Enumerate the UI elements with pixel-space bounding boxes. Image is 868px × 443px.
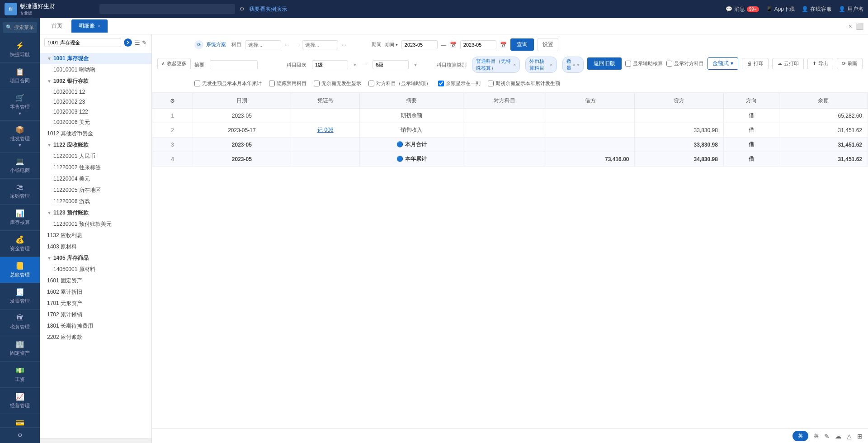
- tree-item-11220002[interactable]: 11220002 往来标签: [40, 162, 151, 173]
- top-search-input[interactable]: [99, 4, 235, 14]
- tree-item-14050001[interactable]: 14050001 原材料: [40, 264, 151, 275]
- tree-item-2202[interactable]: 2202 应付账款: [40, 332, 151, 343]
- calendar-icon[interactable]: 📅: [450, 42, 457, 48]
- tree-item-11220001[interactable]: 11220001 人民币: [40, 151, 151, 162]
- expand-btn[interactable]: ∧ 收起更多: [157, 58, 191, 69]
- sidebar-item-0[interactable]: ⚡快捷导航: [0, 37, 40, 63]
- sidebar-bottom[interactable]: ⚙: [0, 427, 40, 443]
- cloud-icon[interactable]: ☁: [835, 433, 841, 440]
- tree-item-1001[interactable]: ▼ 1001 库存现金: [40, 53, 151, 64]
- col-settings[interactable]: ⚙: [152, 93, 193, 109]
- scheme-icon[interactable]: ⟳: [194, 40, 203, 49]
- tree-item-1701[interactable]: 1701 无形资产: [40, 298, 151, 309]
- query-btn[interactable]: 查询: [510, 38, 534, 51]
- sidebar-item-6[interactable]: 📊库存核算: [0, 205, 40, 231]
- maximize-btn[interactable]: ⬜: [856, 23, 863, 30]
- period-end-input[interactable]: [460, 40, 496, 49]
- grid-icon[interactable]: ⊞: [857, 433, 863, 440]
- print-btn[interactable]: 🖨 打印: [742, 58, 769, 69]
- sidebar-item-2[interactable]: 🛒零售管理 ▼: [0, 89, 40, 121]
- sidebar-item-10[interactable]: 🏛税务管理: [0, 310, 40, 335]
- sidebar-item-1[interactable]: 📋项目合同: [0, 63, 40, 89]
- tab-ledger[interactable]: 明细账×: [71, 19, 108, 33]
- show-opposite-checkbox[interactable]: 显示对方科目: [666, 60, 704, 67]
- tree-scrollbar[interactable]: [40, 438, 151, 443]
- sidebar-search-btn[interactable]: 🔍 搜索菜单: [3, 22, 37, 33]
- sidebar-item-3[interactable]: 📦批发管理 ▼: [0, 121, 40, 152]
- language-btn[interactable]: 英: [793, 431, 808, 441]
- cb-no-amount[interactable]: 无发生额显示本月本年累计: [194, 80, 262, 87]
- cb-hide-disabled[interactable]: 隐藏禁用科目: [269, 80, 307, 87]
- user-btn[interactable]: 👤 用户名: [839, 5, 863, 13]
- tree-item-1702[interactable]: 1702 累计摊销: [40, 309, 151, 320]
- cloud-print-btn[interactable]: ☁ 云打印: [772, 58, 804, 69]
- sidebar-item-4[interactable]: 💻小畅电商: [0, 152, 40, 179]
- tree-item-1122[interactable]: ▼ 1122 应收账款: [40, 139, 151, 151]
- cb-init-balance[interactable]: 期初余额显示本年累计发生额: [488, 80, 560, 87]
- return-old-btn[interactable]: 返回旧版: [587, 57, 622, 70]
- settings-icon[interactable]: ⚙: [240, 6, 245, 12]
- tree-item-11230001[interactable]: 11230001 预付账款美元: [40, 219, 151, 230]
- notifications-btn[interactable]: 💬 消息 99+: [726, 5, 759, 13]
- sidebar-item-5[interactable]: 🛍采购管理: [0, 179, 40, 205]
- tree-item-1012[interactable]: 1012 其他货币资金: [40, 128, 151, 139]
- voucher-link[interactable]: 记-006: [317, 127, 334, 133]
- online-service-btn[interactable]: 👤 在线客服: [802, 5, 832, 13]
- calendar-icon-2[interactable]: 📅: [500, 42, 507, 48]
- tree-item-1601[interactable]: 1601 固定资产: [40, 275, 151, 286]
- sidebar-item-8[interactable]: 📒总账管理: [0, 257, 40, 283]
- close-panel-btn[interactable]: ×: [849, 23, 852, 30]
- export-btn[interactable]: ⬆ 导出: [807, 58, 833, 69]
- sidebar-item-12[interactable]: 💵工资: [0, 362, 40, 388]
- settings-btn[interactable]: 设置: [538, 38, 558, 51]
- tree-item-1002[interactable]: ▼ 1002 银行存款: [40, 76, 151, 87]
- chip-close-0[interactable]: ×: [513, 62, 516, 67]
- sidebar-item-11[interactable]: 🏢固定资产: [0, 335, 40, 362]
- tree-item-10010001[interactable]: 10010001 哟哟哟: [40, 64, 151, 76]
- tab-close-icon[interactable]: ×: [98, 23, 100, 29]
- cb-no-balance[interactable]: 无余额无发生显示: [314, 80, 361, 87]
- tree-edit-icon[interactable]: ✎: [142, 39, 147, 46]
- period-start-input[interactable]: [401, 40, 438, 49]
- level-end-input[interactable]: [373, 60, 409, 69]
- tab-home[interactable]: 首页: [44, 19, 70, 33]
- subject-input-2[interactable]: [302, 40, 338, 49]
- sidebar-item-14[interactable]: 💳小畅报销: [0, 414, 40, 427]
- sidebar-item-7[interactable]: 💰资金管理: [0, 231, 40, 257]
- demo-link[interactable]: 我要看实例演示: [249, 5, 287, 13]
- account-search-input[interactable]: [44, 38, 121, 47]
- tree-item-10020002[interactable]: 10020002 23: [40, 97, 151, 107]
- tree-item-11220005[interactable]: 11220005 所在地区: [40, 185, 151, 196]
- tree-nav-btn[interactable]: [124, 38, 132, 47]
- tree-item-1403[interactable]: 1403 原材料: [40, 241, 151, 252]
- cb-balance-col[interactable]: 余额显示在一列: [438, 80, 481, 87]
- level-end-arrow-icon[interactable]: ▾: [414, 62, 417, 68]
- currency-btn[interactable]: 金额式 ▾: [708, 57, 738, 70]
- settings-col-icon[interactable]: ⚙: [170, 98, 175, 104]
- amount-arrow-icon[interactable]: ▾: [577, 62, 580, 68]
- tree-item-10020003[interactable]: 10020003 122: [40, 107, 151, 117]
- scheme-label[interactable]: 系统方案: [206, 41, 226, 48]
- sidebar-item-13[interactable]: 📈经营管理: [0, 388, 40, 414]
- refresh-btn[interactable]: ⟳ 刷新: [837, 58, 863, 69]
- triangle-icon[interactable]: △: [847, 433, 852, 440]
- summary-input[interactable]: [210, 60, 258, 69]
- cb-opposite[interactable]: 对方科目（显示辅助项）: [368, 80, 431, 87]
- subject-input[interactable]: [245, 40, 281, 49]
- tree-item-1132[interactable]: 1132 应收利息: [40, 230, 151, 241]
- chip-close-1[interactable]: ×: [550, 62, 552, 67]
- edit-icon[interactable]: ✎: [824, 433, 830, 440]
- tree-item-1801[interactable]: 1801 长期待摊费用: [40, 320, 151, 332]
- lang-label[interactable]: 英: [814, 433, 819, 439]
- app-download-btn[interactable]: 📱 App下载: [766, 5, 795, 13]
- row-voucher-2[interactable]: 记-006: [291, 123, 360, 138]
- show-aux-checkbox[interactable]: 显示辅助核算: [625, 60, 663, 67]
- level-start-input[interactable]: [312, 60, 348, 69]
- tree-item-10020006[interactable]: 10020006 美元: [40, 117, 151, 128]
- level-arrow-icon[interactable]: ▾: [354, 62, 356, 68]
- sidebar-item-9[interactable]: 🧾发票管理: [0, 283, 40, 310]
- tree-item-1123[interactable]: ▼ 1123 预付账款: [40, 207, 151, 219]
- tree-item-1405[interactable]: ▼ 1405 库存商品: [40, 252, 151, 264]
- tree-item-1602[interactable]: 1602 累计折旧: [40, 286, 151, 298]
- tree-item-11220004[interactable]: 11220004 美元: [40, 173, 151, 185]
